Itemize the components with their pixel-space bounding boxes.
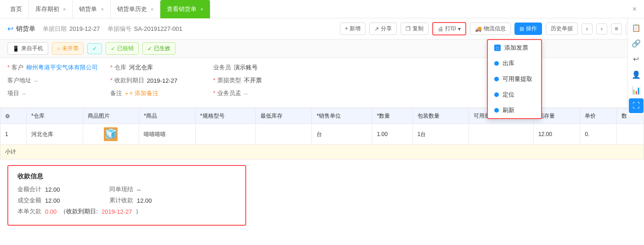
address-value: -- bbox=[34, 77, 38, 84]
confirm-btn[interactable]: ✓ bbox=[87, 43, 102, 54]
main-content: ↩ 销货单 单据日期 2019-12-27 单据编号 SA-20191227-0… bbox=[0, 18, 644, 245]
current-balance-field: 本单欠款 0.00 （收款到期日: 2019-12-27 ） bbox=[17, 207, 141, 216]
tab-close-history[interactable]: × bbox=[151, 6, 153, 12]
print-dropdown-icon: ▾ bbox=[458, 26, 461, 32]
tab-close-inventory[interactable]: × bbox=[63, 6, 66, 12]
ticket-type-field: 票据类型 不开票 bbox=[213, 76, 305, 85]
form-row-3: 项目 -- 备注 + + 添加备注 业务员孟 -- bbox=[7, 89, 637, 97]
dropdown-refresh[interactable]: 刷新 bbox=[488, 103, 541, 118]
address-field: 客户地址 -- bbox=[7, 76, 99, 85]
col-image: 商品图片 bbox=[83, 108, 139, 124]
payment-info-title: 收款信息 bbox=[17, 172, 236, 181]
row-available bbox=[469, 124, 533, 145]
print-icon: 🖨 bbox=[438, 26, 443, 32]
table-header-row: ⚙ *仓库 商品图片 *商品 *规格型号 最低库存 *销售单位 *数量 包装数量… bbox=[0, 108, 644, 124]
copy-button[interactable]: ❐ 复制 bbox=[401, 23, 429, 35]
payment-info-row-2: 成交金额 12.00 累计收款 12.00 bbox=[17, 196, 236, 205]
row-current-stock: 12.00 bbox=[533, 124, 580, 145]
payment-date-value: 2019-12-27 bbox=[147, 77, 178, 84]
share-button[interactable]: ↗ 分享 bbox=[369, 23, 397, 35]
subtotal-label: 小计 bbox=[0, 145, 644, 160]
payment-info-row-1: 金额合计 12.00 同单现结 -- bbox=[17, 185, 236, 194]
doc-date-field: 单据日期 2019-12-27 bbox=[43, 25, 100, 33]
col-warehouse: *仓库 bbox=[26, 108, 83, 124]
doc-actions: + 新增 ↗ 分享 ❐ 复制 🖨 打印 ▾ 🚚 物流信息 ⊞ 操作 bbox=[340, 22, 637, 35]
col-product: *商品 bbox=[139, 108, 196, 124]
row-amount bbox=[617, 124, 644, 145]
dropdown-outbound[interactable]: 出库 bbox=[488, 56, 541, 71]
not-open-ticket-btn[interactable]: ○ 未开票 bbox=[52, 42, 84, 55]
row-spec bbox=[195, 124, 255, 145]
next-arrow[interactable]: › bbox=[596, 23, 607, 34]
already-effective-btn[interactable]: ✓ 已生效 bbox=[142, 42, 175, 55]
doc-number-field: 单据编号 SA-20191227-001 bbox=[107, 25, 183, 33]
tab-close-view[interactable]: × bbox=[200, 6, 203, 12]
refresh-icon bbox=[494, 108, 499, 113]
payment-info-box: 收款信息 金额合计 12.00 同单现结 -- 成交金额 12.00 累计收款 … bbox=[7, 165, 246, 226]
add-invoice-icon: □ bbox=[494, 45, 501, 51]
sidebar-icon-return[interactable]: ↩ bbox=[629, 51, 644, 66]
operation-dropdown-menu: □ 添加发票 出库 可用量提取 定位 bbox=[487, 39, 542, 119]
same-order-settlement-value: -- bbox=[137, 186, 141, 193]
available-qty-icon bbox=[494, 77, 499, 81]
sidebar-icon-expand[interactable]: ⛶ bbox=[629, 98, 644, 113]
cumulative-payment-value: 12.00 bbox=[137, 197, 152, 204]
tab-sales-order[interactable]: 销货单 × bbox=[73, 0, 110, 18]
tab-inventory-init[interactable]: 库存期初 × bbox=[29, 0, 73, 18]
tab-view-sales[interactable]: 查看销货单 × bbox=[160, 0, 210, 18]
balance-note: （收款到期日: bbox=[60, 207, 98, 216]
warehouse-field: 仓库 河北仓库 bbox=[110, 63, 202, 72]
cumulative-payment-field: 累计收款 12.00 bbox=[109, 196, 183, 205]
col-unit-price: 单价 bbox=[580, 108, 617, 124]
form-area: 客户 柳州粤港平安气体有限公司 仓库 河北仓库 业务员 演示账号 客户地址 --… bbox=[0, 58, 644, 108]
salesperson-value: 演示账号 bbox=[234, 63, 258, 72]
row-quantity: 1.00 bbox=[372, 124, 412, 145]
tab-sales-history[interactable]: 销货单历史 × bbox=[111, 0, 160, 18]
copy-icon: ❐ bbox=[406, 26, 411, 32]
customer-value[interactable]: 柳州粤港平安气体有限公司 bbox=[26, 63, 98, 72]
row-sales-unit: 台 bbox=[312, 124, 372, 145]
salesperson2-field: 业务员孟 -- bbox=[213, 89, 305, 97]
dropdown-available-qty[interactable]: 可用量提取 bbox=[488, 71, 541, 87]
subtotal-row: 小计 bbox=[0, 145, 644, 160]
table-row: 1 河北仓库 🧊 嘻嘻嘻嘻 台 1.00 1台 12.00 0. bbox=[0, 124, 644, 145]
history-button[interactable]: 历史单据 bbox=[546, 23, 578, 35]
sidebar-icon-doc[interactable]: 📋 bbox=[629, 20, 644, 35]
warehouse-value: 河北仓库 bbox=[129, 63, 153, 72]
row-index: 1 bbox=[0, 124, 27, 145]
mobile-icon: 📱 bbox=[12, 46, 19, 52]
payment-info-row-3: 本单欠款 0.00 （收款到期日: 2019-12-27 ） bbox=[17, 207, 236, 216]
dropdown-locate[interactable]: 定位 bbox=[488, 87, 541, 103]
doc-icon: ↩ bbox=[7, 24, 13, 33]
product-table: ⚙ *仓库 商品图片 *商品 *规格型号 最低库存 *销售单位 *数量 包装数量… bbox=[0, 108, 644, 160]
balance-end: ） bbox=[136, 207, 141, 216]
add-note-button[interactable]: + + 添加备注 bbox=[125, 89, 158, 97]
new-button[interactable]: + 新增 bbox=[340, 23, 366, 35]
operation-button[interactable]: ⊞ 操作 bbox=[514, 23, 542, 35]
outbound-icon bbox=[494, 61, 499, 66]
sidebar-icon-link[interactable]: 🔗 bbox=[629, 36, 644, 51]
logistics-button[interactable]: 🚚 物流信息 bbox=[470, 23, 511, 35]
tab-home[interactable]: 首页 bbox=[4, 0, 29, 18]
already-voided-btn[interactable]: ✓ 已核销 bbox=[106, 42, 139, 55]
dropdown-add-invoice[interactable]: □ 添加发票 bbox=[488, 40, 541, 56]
view-toggle-list[interactable]: ≡ bbox=[611, 23, 622, 34]
col-sales-unit: *销售单位 bbox=[312, 108, 372, 124]
salesperson-field: 业务员 演示账号 bbox=[213, 63, 305, 72]
col-quantity: *数量 bbox=[372, 108, 412, 124]
form-row-1: 客户 柳州粤港平安气体有限公司 仓库 河北仓库 业务员 演示账号 bbox=[7, 63, 637, 72]
row-warehouse: 河北仓库 bbox=[26, 124, 83, 145]
print-button[interactable]: 🖨 打印 ▾ bbox=[432, 22, 466, 35]
transaction-amount-value: 12.00 bbox=[45, 197, 60, 204]
prev-arrow[interactable]: ‹ bbox=[582, 23, 593, 34]
sidebar-icon-chart[interactable]: 📊 bbox=[629, 83, 644, 97]
current-balance-value: 0.00 bbox=[45, 208, 56, 215]
from-mobile-btn[interactable]: 📱 来自手机 bbox=[7, 42, 48, 55]
operation-dropdown-container: ⊞ 操作 □ 添加发票 出库 可用量提取 bbox=[514, 23, 542, 35]
app-close-button[interactable]: × bbox=[629, 5, 640, 13]
project-field: 项目 -- bbox=[7, 89, 99, 97]
confirm-icon: ✓ bbox=[92, 46, 97, 52]
ticket-icon: ○ bbox=[57, 46, 60, 52]
sidebar-icon-user[interactable]: 👤 bbox=[629, 67, 644, 82]
tab-close-sales[interactable]: × bbox=[101, 6, 103, 12]
